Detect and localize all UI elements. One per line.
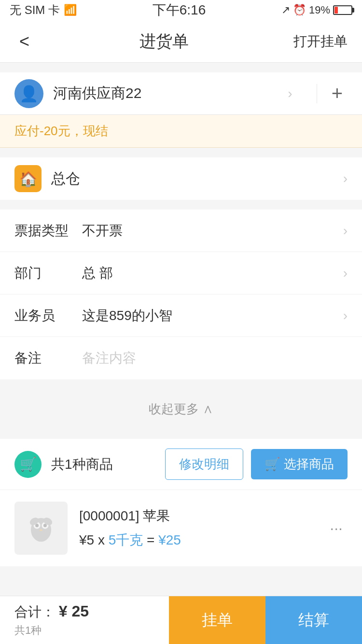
- status-left: 无 SIM 卡 📶: [10, 2, 77, 18]
- department-chevron-icon: ›: [343, 266, 348, 281]
- quantity: 5千克: [109, 532, 143, 547]
- department-row[interactable]: 部门 总 部 ›: [0, 252, 362, 294]
- invoice-type-row[interactable]: 票据类型 不开票 ›: [0, 210, 362, 252]
- status-right: ↗ ⏰ 19%: [281, 4, 352, 16]
- total-amount: ¥ 25: [59, 602, 89, 620]
- battery-percent: 19%: [309, 4, 330, 16]
- bottom-bar: 合计： ¥ 25 共1种 挂单 结算: [0, 596, 362, 644]
- supplier-avatar: 👤: [14, 79, 43, 108]
- invoice-type-chevron-icon: ›: [343, 223, 348, 238]
- remark-row[interactable]: 备注 备注内容: [0, 337, 362, 379]
- products-section: 🛒 共1种商品 修改明细 🛒 选择商品 [0000001]: [0, 439, 362, 566]
- battery-icon: [333, 5, 352, 15]
- warehouse-chevron-icon: ›: [343, 171, 348, 186]
- open-hang-button[interactable]: 打开挂单: [293, 32, 348, 51]
- back-button[interactable]: <: [14, 27, 34, 56]
- supplier-section: 👤 河南供应商22 › + 应付-20元，现结: [0, 72, 362, 148]
- product-thumbnail: [14, 502, 68, 555]
- select-product-label: 选择商品: [284, 456, 334, 473]
- status-bar: 无 SIM 卡 📶 下午6:16 ↗ ⏰ 19%: [0, 0, 362, 20]
- carrier-label: 无 SIM 卡: [10, 2, 60, 18]
- remark-input[interactable]: 备注内容: [72, 349, 348, 367]
- invoice-type-label: 票据类型: [14, 222, 72, 240]
- product-title: 苹果: [143, 508, 170, 523]
- remark-label: 备注: [14, 349, 72, 367]
- form-section: 票据类型 不开票 › 部门 总 部 › 业务员 这是859的小智 › 备注 备注…: [0, 210, 362, 379]
- hang-button[interactable]: 挂单: [169, 596, 265, 644]
- user-icon: 👤: [19, 84, 39, 103]
- products-header: 🛒 共1种商品 修改明细 🛒 选择商品: [0, 439, 362, 490]
- subtotal: ¥25: [158, 532, 181, 547]
- products-icon: 🛒: [14, 451, 42, 478]
- total-row: 合计： ¥ 25: [14, 602, 154, 621]
- home-icon: 🏠: [19, 170, 37, 187]
- add-button[interactable]: +: [327, 83, 348, 104]
- cart-add-icon: 🛒: [265, 457, 280, 472]
- total-label: 合计：: [14, 604, 55, 619]
- warehouse-name: 总仓: [51, 169, 343, 189]
- notice-text: 应付-20元，现结: [14, 124, 108, 138]
- wifi-icon: 📶: [64, 4, 77, 16]
- owl-logo-icon: [24, 511, 58, 545]
- product-name: [0000001] 苹果: [79, 507, 325, 525]
- equals-sign: =: [147, 532, 158, 547]
- invoice-type-value: 不开票: [72, 222, 343, 240]
- warehouse-icon: 🏠: [14, 165, 42, 192]
- warehouse-row[interactable]: 🏠 总仓 ›: [0, 157, 362, 200]
- multiply-sign: x: [98, 532, 109, 547]
- edit-detail-button[interactable]: 修改明细: [165, 448, 243, 480]
- page-title: 进货单: [139, 30, 189, 53]
- salesman-value: 这是859的小智: [72, 307, 343, 325]
- product-item: [0000001] 苹果 ¥5 x 5千克 = ¥25 ···: [0, 490, 362, 566]
- section-gap-1: [0, 63, 362, 72]
- more-button[interactable]: ···: [325, 515, 348, 542]
- department-label: 部门: [14, 264, 72, 282]
- supplier-name: 河南供应商22: [53, 84, 288, 103]
- shopping-icon: 🛒: [20, 456, 37, 472]
- unit-price: ¥5: [79, 532, 94, 547]
- vertical-divider: [317, 84, 317, 103]
- salesman-label: 业务员: [14, 307, 72, 325]
- warehouse-section: 🏠 总仓 ›: [0, 157, 362, 200]
- alarm-icon: ⏰: [293, 4, 306, 16]
- location-icon: ↗: [281, 4, 290, 16]
- status-time: 下午6:16: [153, 1, 206, 19]
- salesman-row[interactable]: 业务员 这是859的小智 ›: [0, 294, 362, 337]
- nav-bar: < 进货单 打开挂单: [0, 20, 362, 63]
- supplier-chevron-icon: ›: [288, 86, 292, 101]
- select-product-button[interactable]: 🛒 选择商品: [251, 449, 348, 479]
- supplier-row[interactable]: 👤 河南供应商22 › +: [0, 72, 362, 115]
- total-section: 合计： ¥ 25 共1种: [0, 596, 169, 644]
- collapse-label: 收起更多 ∧: [149, 402, 213, 416]
- product-info: [0000001] 苹果 ¥5 x 5千克 = ¥25: [79, 507, 325, 549]
- collapse-row[interactable]: 收起更多 ∧: [0, 389, 362, 429]
- total-count: 共1种: [14, 623, 154, 638]
- products-count: 共1种商品: [51, 455, 165, 474]
- notice-bar: 应付-20元，现结: [0, 115, 362, 148]
- salesman-chevron-icon: ›: [343, 308, 348, 323]
- product-code: [0000001]: [79, 508, 139, 523]
- checkout-button[interactable]: 结算: [265, 596, 362, 644]
- product-price: ¥5 x 5千克 = ¥25: [79, 531, 325, 549]
- department-value: 总 部: [72, 264, 343, 282]
